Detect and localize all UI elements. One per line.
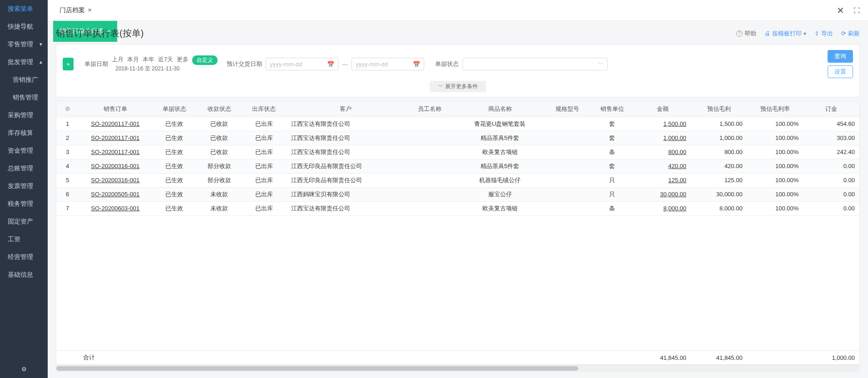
calendar-icon: 📅 xyxy=(327,61,334,68)
query-button[interactable]: 查询 xyxy=(828,50,853,63)
order-link[interactable]: SO-20200603-001 xyxy=(79,201,152,215)
calendar-icon: 📅 xyxy=(413,61,420,68)
table-row[interactable]: 4SO-20200316-001已生效部分收款已出库江西无印良品有限责任公司精品… xyxy=(56,159,859,173)
table-row[interactable]: 5SO-20200316-001已生效部分收款已出库江西无印良品有限责任公司机器… xyxy=(56,173,859,187)
column-header[interactable]: 单据状态 xyxy=(152,101,197,117)
table-row[interactable]: 6SO-20200505-001已生效未收款已出库江西妈咪宝贝有限公司服宝公仔只… xyxy=(56,187,859,201)
date-range-text: 2018-11-16 至 2021-11-30 xyxy=(115,65,218,73)
order-link[interactable]: SO-20200316-001 xyxy=(79,159,152,173)
column-header[interactable]: 规格型号 xyxy=(545,101,590,117)
amount-cell[interactable]: 1,000.00 xyxy=(635,131,691,145)
print-icon: 🖨 xyxy=(764,30,770,37)
sidebar-item[interactable]: 采购管理 xyxy=(0,106,48,124)
sidebar-search[interactable]: 搜索菜单 xyxy=(0,0,48,18)
column-header[interactable]: 销售订单 xyxy=(79,101,152,117)
fullscreen-icon[interactable]: ⛶ xyxy=(851,7,863,14)
sidebar-item[interactable]: 总账管理 xyxy=(0,159,48,177)
export-action[interactable]: ⇪导出 xyxy=(814,30,833,38)
tabbar: 首页门店档案✕销售订单执行表✕ ✕ ⛶ xyxy=(48,0,868,21)
date-quick-option[interactable]: 近7天 xyxy=(158,55,173,65)
amount-cell[interactable]: 420.00 xyxy=(635,159,691,173)
print-action[interactable]: 🖨按模板打印▾ xyxy=(764,30,806,38)
column-header[interactable]: 销售单位 xyxy=(590,101,635,117)
sidebar-item[interactable]: 工资 xyxy=(0,230,48,248)
settings-button[interactable]: 设置 xyxy=(828,65,853,78)
status-select[interactable]: ﹀ xyxy=(462,58,608,70)
refresh-action[interactable]: ⟳刷新 xyxy=(841,30,860,38)
amount-cell[interactable]: 30,000.00 xyxy=(635,187,691,201)
amount-cell[interactable]: 800.00 xyxy=(635,145,691,159)
order-link[interactable]: SO-20200117-001 xyxy=(79,145,152,159)
column-header[interactable]: 金额 xyxy=(635,101,691,117)
caret-icon: ▲ xyxy=(39,60,43,65)
date-label: 单据日期 xyxy=(83,60,108,68)
refresh-icon: ⟳ xyxy=(841,30,846,37)
horizontal-scrollbar[interactable] xyxy=(56,365,859,371)
amount-cell[interactable]: 8,000.00 xyxy=(635,201,691,215)
close-icon[interactable]: ✕ xyxy=(107,28,111,34)
table-row[interactable]: 3SO-20200117-001已生效已收款已出库江西宝达有限责任公司欧美复古项… xyxy=(56,145,859,159)
chevron-down-icon: ▾ xyxy=(804,30,806,37)
filter-bar: » 单据日期 上月本月本年近7天更多自定义 2018-11-16 至 2021-… xyxy=(56,44,860,97)
sidebar-item[interactable]: 零售管理▼ xyxy=(0,35,48,53)
expect-date-to[interactable]: yyyy-mm-dd📅 xyxy=(352,58,424,70)
close-icon[interactable]: ✕ xyxy=(88,7,92,13)
table-row[interactable]: 2SO-20200117-001已生效已收款已出库江西宝达有限责任公司精品茶具5… xyxy=(56,131,859,145)
column-header[interactable]: 员工名称 xyxy=(405,101,455,117)
custom-date-badge[interactable]: 自定义 xyxy=(192,55,218,65)
date-quick-option[interactable]: 本年 xyxy=(143,55,154,65)
sidebar-item[interactable]: 经营管理 xyxy=(0,248,48,266)
chevron-down-icon: ﹀ xyxy=(438,83,445,90)
sidebar-item[interactable]: 快捷导航 xyxy=(0,18,48,35)
order-link[interactable]: SO-20200316-001 xyxy=(79,173,152,187)
expand-more-conditions[interactable]: ﹀ 展开更多条件 xyxy=(430,81,486,92)
help-icon: ? xyxy=(736,30,743,37)
table-row[interactable]: 7SO-20200603-001已生效未收款已出库江西宝达有限责任公司欧美复古项… xyxy=(56,201,859,215)
order-link[interactable]: SO-20200117-001 xyxy=(79,117,152,131)
export-icon: ⇪ xyxy=(814,30,819,37)
date-quick-option[interactable]: 更多 xyxy=(177,55,188,65)
column-header[interactable]: ⚙ xyxy=(56,101,79,117)
status-label: 单据状态 xyxy=(433,60,459,68)
close-all-tabs[interactable]: ✕ xyxy=(834,5,847,16)
expect-date-label: 预计交货日期 xyxy=(227,60,262,68)
help-action[interactable]: ?帮助 xyxy=(736,30,756,38)
gear-icon: ⚙ xyxy=(21,366,27,373)
sidebar-item[interactable]: 发票管理 xyxy=(0,177,48,195)
collapse-filters[interactable]: » xyxy=(63,58,74,70)
date-quick-option[interactable]: 上月 xyxy=(112,55,124,65)
column-header[interactable]: 收款状态 xyxy=(197,101,242,117)
order-link[interactable]: SO-20200117-001 xyxy=(79,131,152,145)
column-header[interactable]: 预估毛利 xyxy=(691,101,747,117)
sidebar-item[interactable]: 库存核算 xyxy=(0,124,48,142)
amount-cell[interactable]: 125.00 xyxy=(635,173,691,187)
sidebar-sub-item[interactable]: 营销推广 xyxy=(0,71,48,89)
gear-icon[interactable]: ⚙ xyxy=(65,105,70,112)
amount-cell[interactable]: 1,500.00 xyxy=(635,117,691,131)
table-row[interactable]: 1SO-20200117-001已生效已收款已出库江西宝达有限责任公司青花瓷U盘… xyxy=(56,117,859,131)
data-table: ⚙销售订单单据状态收款状态出库状态客户员工名称商品名称规格型号销售单位金额预估毛… xyxy=(56,101,860,372)
column-header[interactable]: 商品名称 xyxy=(455,101,545,117)
expect-date-from[interactable]: yyyy-mm-dd📅 xyxy=(266,58,338,70)
tab[interactable]: 门店档案✕ xyxy=(53,0,117,21)
sidebar-item[interactable]: 基础信息 xyxy=(0,266,48,284)
column-header[interactable]: 客户 xyxy=(287,101,405,117)
column-header[interactable]: 订金 xyxy=(803,101,859,117)
sidebar-item[interactable]: 固定资产 xyxy=(0,213,48,230)
caret-icon: ▼ xyxy=(39,42,43,47)
order-link[interactable]: SO-20200505-001 xyxy=(79,187,152,201)
sidebar-item[interactable]: 批发管理▲ xyxy=(0,53,48,71)
chevron-down-icon: ﹀ xyxy=(598,60,604,68)
page-title: 销售订单执行表(按单) xyxy=(56,27,144,40)
sidebar-item[interactable]: 资金管理 xyxy=(0,142,48,159)
sidebar-settings[interactable]: ⚙ xyxy=(0,360,48,378)
column-header[interactable]: 出库状态 xyxy=(242,101,287,117)
date-quick-option[interactable]: 本月 xyxy=(127,55,139,65)
sidebar-sub-item[interactable]: 销售管理 xyxy=(0,89,48,106)
sidebar-item[interactable]: 税务管理 xyxy=(0,195,48,213)
column-header[interactable]: 预估毛利率 xyxy=(747,101,804,117)
sidebar: 搜索菜单 快捷导航零售管理▼批发管理▲营销推广销售管理采购管理库存核算资金管理总… xyxy=(0,0,48,378)
